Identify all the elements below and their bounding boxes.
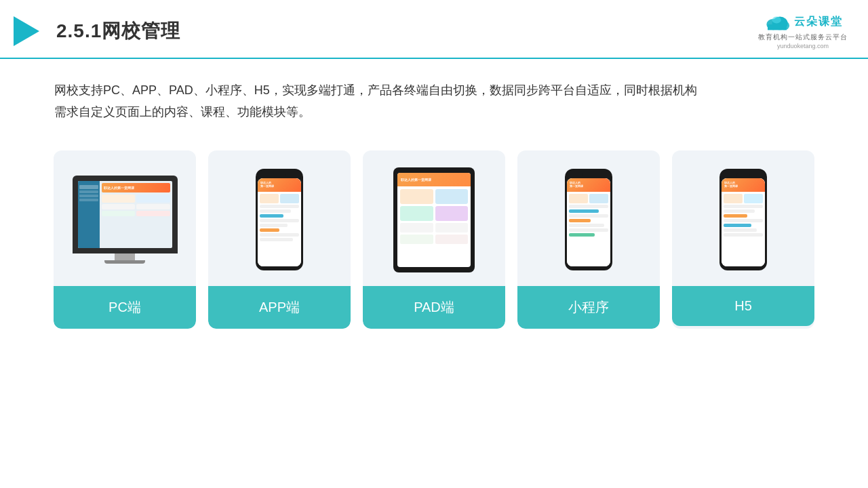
card-pc: 职达人的第一堂网课 <box>54 150 196 329</box>
tablet-screen: 职达人的第一堂网课 <box>397 173 471 267</box>
phone-notch <box>273 173 286 176</box>
phone-notch-h5 <box>736 173 750 176</box>
card-label-miniprogram: 小程序 <box>517 286 660 329</box>
page-header: 2.5.1网校管理 云朵课堂 教育机构一站式服务云平台 yunduoketang… <box>0 0 868 59</box>
pc-base <box>104 260 145 264</box>
phone-screen-app: 职达人的第一堂网课 <box>258 178 301 266</box>
description-line1: 网校支持PC、APP、PAD、小程序、H5，实现多端打通，产品各终端自由切换，数… <box>54 79 814 101</box>
card-app: 职达人的第一堂网课 <box>208 150 351 329</box>
logo-subtitle: 教育机构一站式服务云平台 <box>758 33 848 42</box>
svg-point-4 <box>772 17 781 24</box>
cloud-icon <box>763 12 791 31</box>
card-image-pc: 职达人的第一堂网课 <box>54 150 196 286</box>
description-line2: 需求自定义页面上的内容、课程、功能模块等。 <box>54 101 814 123</box>
pc-monitor: 职达人的第一堂网课 <box>73 176 178 253</box>
pc-stand <box>115 253 135 260</box>
phone-screen-h5: 职达人的第一堂网课 <box>722 178 765 266</box>
phone-mockup-miniprogram: 职达人的第一堂网课 <box>565 169 612 270</box>
tablet-mockup: 职达人的第一堂网课 <box>393 167 475 272</box>
logo-text: 云朵课堂 <box>794 15 843 29</box>
card-image-miniprogram: 职达人的第一堂网课 <box>517 150 660 286</box>
logo-area: 云朵课堂 教育机构一站式服务云平台 yunduoketang.com <box>758 12 848 49</box>
play-icon <box>14 16 39 46</box>
pc-screen: 职达人的第一堂网课 <box>78 181 172 248</box>
cards-container: 职达人的第一堂网课 <box>0 130 868 349</box>
header-left: 2.5.1网校管理 <box>14 16 180 46</box>
page-title: 2.5.1网校管理 <box>56 18 180 44</box>
card-h5: 职达人的第一堂网课 <box>672 150 814 329</box>
logo-url: yunduoketang.com <box>777 43 829 49</box>
card-label-pc: PC端 <box>54 286 196 329</box>
card-label-h5: H5 <box>672 286 814 326</box>
card-label-pad: PAD端 <box>363 286 505 329</box>
card-image-pad: 职达人的第一堂网课 <box>363 150 505 286</box>
phone-mockup-app: 职达人的第一堂网课 <box>256 169 303 270</box>
logo-cloud: 云朵课堂 <box>763 12 843 31</box>
phone-notch-mini <box>582 173 595 176</box>
card-label-app: APP端 <box>208 286 351 329</box>
card-pad: 职达人的第一堂网课 PAD端 <box>363 150 505 329</box>
pc-mockup: 职达人的第一堂网课 <box>73 176 178 264</box>
card-miniprogram: 职达人的第一堂网课 <box>517 150 660 329</box>
phone-screen-miniprogram: 职达人的第一堂网课 <box>567 178 610 266</box>
card-image-h5: 职达人的第一堂网课 <box>672 150 814 286</box>
phone-mockup-h5: 职达人的第一堂网课 <box>719 169 767 270</box>
description-area: 网校支持PC、APP、PAD、小程序、H5，实现多端打通，产品各终端自由切换，数… <box>0 59 868 130</box>
card-image-app: 职达人的第一堂网课 <box>208 150 351 286</box>
svg-rect-3 <box>768 24 787 30</box>
